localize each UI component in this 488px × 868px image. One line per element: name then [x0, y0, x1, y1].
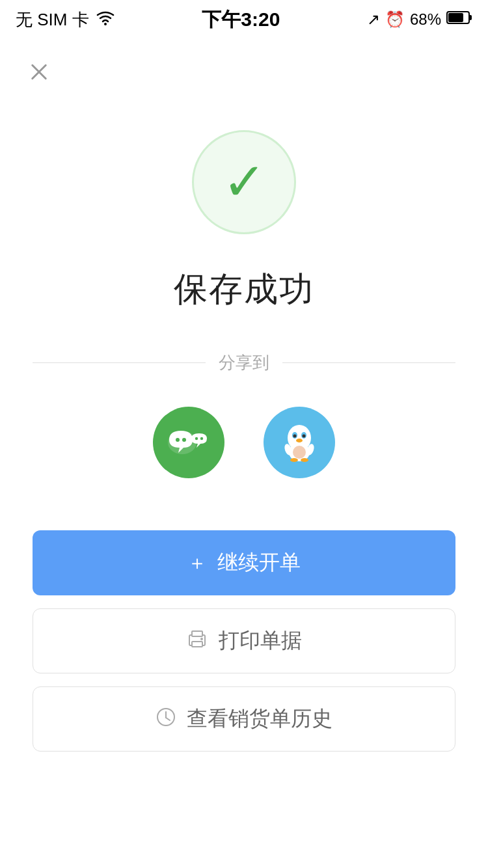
- wechat-icon: [167, 423, 211, 462]
- success-circle: ✓: [192, 130, 296, 234]
- svg-point-0: [104, 23, 107, 25]
- print-button[interactable]: 打印单据: [33, 608, 455, 673]
- share-divider: 分享到: [33, 351, 455, 374]
- svg-point-5: [176, 438, 180, 442]
- svg-point-18: [301, 458, 308, 462]
- qq-share-button[interactable]: [264, 407, 335, 478]
- share-label: 分享到: [219, 351, 269, 374]
- svg-point-8: [200, 437, 203, 440]
- svg-point-11: [293, 435, 297, 438]
- action-buttons: ＋ 继续开单 打印单据: [33, 530, 455, 752]
- svg-point-16: [293, 446, 306, 459]
- history-label: 查看销货单历史: [187, 705, 332, 733]
- print-icon: [186, 629, 208, 654]
- print-label: 打印单据: [219, 627, 302, 655]
- success-title: 保存成功: [174, 267, 314, 312]
- main-content: ✓ 保存成功 分享到: [0, 104, 488, 868]
- alarm-icon: ⏰: [385, 10, 405, 29]
- battery-percentage: 68%: [410, 10, 441, 29]
- qq-icon: [280, 420, 318, 465]
- continue-label: 继续开单: [217, 549, 301, 577]
- status-time: 下午3:20: [202, 7, 280, 33]
- svg-point-14: [296, 439, 303, 442]
- svg-rect-23: [192, 642, 202, 647]
- location-icon: ↗: [367, 10, 380, 29]
- divider-right: [282, 362, 455, 363]
- status-bar: 无 SIM 卡 下午3:20 ↗ ⏰ 68%: [0, 0, 488, 39]
- svg-rect-3: [448, 13, 463, 22]
- clock-icon: [156, 707, 176, 732]
- svg-point-24: [200, 638, 203, 640]
- svg-line-27: [166, 718, 170, 720]
- battery-icon: [446, 10, 472, 29]
- plus-icon: ＋: [187, 550, 207, 576]
- no-sim-label: 无 SIM 卡: [16, 8, 89, 31]
- wifi-icon: [96, 10, 115, 29]
- svg-point-17: [290, 458, 298, 462]
- svg-point-13: [303, 435, 306, 438]
- status-right: ↗ ⏰ 68%: [367, 10, 472, 29]
- divider-left: [33, 362, 206, 363]
- close-button[interactable]: [20, 52, 59, 91]
- svg-rect-2: [469, 15, 472, 20]
- checkmark-icon: ✓: [223, 156, 266, 208]
- svg-rect-22: [192, 631, 202, 636]
- history-button[interactable]: 查看销货单历史: [33, 686, 455, 752]
- svg-point-6: [182, 438, 186, 442]
- wechat-share-button[interactable]: [153, 407, 224, 478]
- svg-point-7: [195, 437, 198, 440]
- continue-button[interactable]: ＋ 继续开单: [33, 530, 455, 595]
- status-left: 无 SIM 卡: [16, 8, 115, 31]
- share-icons-row: [153, 407, 335, 478]
